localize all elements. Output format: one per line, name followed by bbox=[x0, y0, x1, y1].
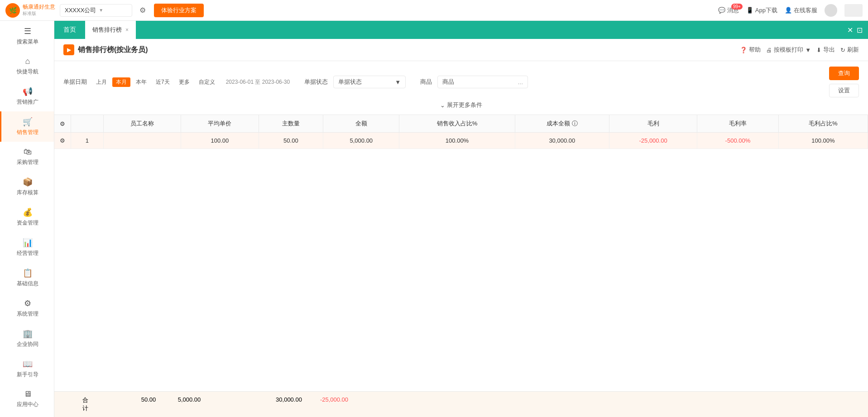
data-table: ⚙员工名称平均单价主数量全额销售收入占比%成本全额 ⓘ毛利毛利率毛利占比% ⚙1… bbox=[54, 115, 868, 149]
col-header-gross_rate: 毛利率 bbox=[697, 115, 779, 133]
export-btn[interactable]: ⬇ 导出 bbox=[816, 46, 835, 54]
cell-employee bbox=[103, 133, 181, 149]
page-header: ▶ 销售排行榜(按业务员) ❓ 帮助 🖨 按模板打印 ▼ ⬇ 导 bbox=[54, 39, 868, 61]
sidebar-item-base[interactable]: 📋基础信息 bbox=[0, 263, 54, 293]
online-service-btn[interactable]: 👤 在线客服 bbox=[785, 6, 817, 14]
tab-close-icon[interactable]: × bbox=[125, 27, 129, 33]
guide-icon: 📖 bbox=[23, 359, 33, 369]
sidebar-item-enterprise[interactable]: 🏢企业协同 bbox=[0, 323, 54, 354]
settings-icon[interactable]: ⚙ bbox=[136, 4, 149, 17]
sidebar-item-sales[interactable]: 🛒销售管理 bbox=[0, 111, 54, 142]
col-header-cost: 成本全额 ⓘ bbox=[515, 115, 609, 133]
sidebar-item-system[interactable]: ⚙系统管理 bbox=[0, 293, 54, 323]
table-footer: 合计50.005,000.0030,000.00-25,000.00 bbox=[54, 391, 868, 417]
logo-text: 畅康通好生意 bbox=[23, 4, 55, 11]
help-btn[interactable]: ❓ 帮助 bbox=[740, 46, 761, 54]
col-header-settings: ⚙ bbox=[54, 115, 71, 133]
goods-more-icon[interactable]: ... bbox=[518, 78, 523, 86]
print-icon: 🖨 bbox=[766, 47, 772, 53]
cell-quantity: 50.00 bbox=[259, 133, 323, 149]
query-button[interactable]: 查询 bbox=[829, 67, 859, 80]
sidebar-label-purchase: 采购管理 bbox=[17, 158, 38, 166]
sidebar-item-search[interactable]: ☰搜索菜单 bbox=[0, 21, 54, 51]
footer-cell-0 bbox=[60, 396, 76, 412]
cell-settings[interactable]: ⚙ bbox=[54, 133, 71, 149]
print-btn[interactable]: 🖨 按模板打印 ▼ bbox=[766, 46, 811, 54]
date-pill-本月[interactable]: 本月 bbox=[112, 77, 130, 87]
sidebar-label-enterprise: 企业协同 bbox=[17, 340, 38, 348]
sidebar-item-operations[interactable]: 📊经营管理 bbox=[0, 232, 54, 263]
search-icon: ☰ bbox=[24, 26, 31, 36]
date-pill-上月[interactable]: 上月 bbox=[92, 77, 110, 87]
online-service-label: 在线客服 bbox=[794, 6, 817, 14]
logo-sub: 标准版 bbox=[23, 10, 55, 17]
table-body: ⚙1100.0050.005,000.00100.00%30,000.00-25… bbox=[54, 133, 868, 149]
sidebar: ☰搜索菜单⌂快捷导航📢营销推广🛒销售管理🛍采购管理📦库存核算💰资金管理📊经营管理… bbox=[0, 21, 54, 417]
footer-cell-2 bbox=[94, 396, 130, 412]
expand-more-btn[interactable]: ⌄ 展开更多条件 bbox=[440, 101, 482, 109]
message-badge: 99+ bbox=[731, 4, 743, 10]
avatar[interactable] bbox=[825, 4, 837, 17]
expand-chevron-icon: ⌄ bbox=[440, 102, 445, 109]
sidebar-label-sales: 销售管理 bbox=[17, 129, 38, 136]
operations-icon: 📊 bbox=[23, 238, 33, 248]
top-bar: 🌿 畅康通好生意 标准版 XXXXX公司 ▼ ⚙ 体验行业方案 💬 消息 99+… bbox=[0, 0, 868, 21]
service-icon: 👤 bbox=[785, 7, 792, 14]
table-row: ⚙1100.0050.005,000.00100.00%30,000.00-25… bbox=[54, 133, 868, 149]
message-btn[interactable]: 💬 消息 99+ bbox=[718, 6, 739, 14]
expand-arrow-btn[interactable]: ▶ bbox=[63, 44, 74, 55]
chevron-down-icon: ▼ bbox=[99, 8, 103, 13]
refresh-icon: ↻ bbox=[840, 47, 845, 53]
sidebar-item-finance[interactable]: 💰资金管理 bbox=[0, 202, 54, 232]
sidebar-label-inventory: 库存核算 bbox=[17, 189, 38, 197]
footer-cell-5 bbox=[212, 396, 266, 412]
help-icon: ❓ bbox=[740, 47, 747, 53]
date-pill-本年[interactable]: 本年 bbox=[132, 77, 150, 87]
tab-restore-icon[interactable]: ⊡ bbox=[857, 26, 863, 34]
date-label: 单据日期 bbox=[63, 78, 87, 86]
cell-rank: 1 bbox=[71, 133, 104, 149]
footer-cell-6: 30,000.00 bbox=[266, 396, 312, 412]
tab-sales-ranking[interactable]: 销售排行榜 × bbox=[85, 21, 136, 39]
sidebar-label-base: 基础信息 bbox=[17, 280, 38, 288]
status-select[interactable]: 单据状态 ▼ bbox=[333, 76, 406, 88]
tab-label: 销售排行榜 bbox=[92, 26, 122, 34]
sidebar-label-guide: 新手引导 bbox=[17, 371, 38, 379]
sidebar-label-marketing: 营销推广 bbox=[17, 98, 38, 106]
finance-icon: 💰 bbox=[23, 207, 33, 217]
date-pill-近7天[interactable]: 近7天 bbox=[152, 77, 173, 87]
sidebar-item-guide[interactable]: 📖新手引导 bbox=[0, 354, 54, 384]
cell-cost: 30,000.00 bbox=[515, 133, 609, 149]
app-download-btn[interactable]: 📱 App下载 bbox=[746, 6, 777, 14]
trial-button[interactable]: 体验行业方案 bbox=[154, 4, 204, 17]
cell-gross_pct: 100.00% bbox=[778, 133, 868, 149]
sidebar-item-purchase[interactable]: 🛍采购管理 bbox=[0, 142, 54, 172]
date-pills: 上月本月本年近7天更多自定义 bbox=[92, 77, 219, 87]
goods-input[interactable]: 商品 ... bbox=[437, 76, 528, 88]
print-label: 按模板打印 bbox=[774, 46, 803, 54]
sidebar-item-quick-nav[interactable]: ⌂快捷导航 bbox=[0, 51, 54, 81]
tab-close-window-icon[interactable]: ✕ bbox=[847, 26, 853, 34]
date-pill-自定义[interactable]: 自定义 bbox=[195, 77, 219, 87]
col-header-avg_price: 平均单价 bbox=[181, 115, 259, 133]
sidebar-item-wechat[interactable]: 💬企业微信 bbox=[0, 414, 54, 417]
sidebar-label-system: 系统管理 bbox=[17, 310, 38, 318]
cell-gross_rate: -500.00% bbox=[697, 133, 779, 149]
sidebar-item-inventory[interactable]: 📦库存核算 bbox=[0, 172, 54, 202]
message-icon: 💬 bbox=[718, 7, 725, 14]
export-label: 导出 bbox=[823, 46, 835, 54]
sidebar-item-appstore[interactable]: 🖥应用中心 bbox=[0, 384, 54, 414]
goods-label: 商品 bbox=[420, 78, 432, 86]
refresh-btn[interactable]: ↻ 刷新 bbox=[840, 46, 859, 54]
logo-icon: 🌿 bbox=[5, 3, 20, 18]
top-right: 💬 消息 99+ 📱 App下载 👤 在线客服 bbox=[718, 4, 863, 17]
print-chevron-icon: ▼ bbox=[805, 47, 811, 53]
filter-settings-button[interactable]: 设置 bbox=[829, 84, 859, 97]
tab-home[interactable]: 首页 bbox=[54, 21, 85, 39]
appstore-icon: 🖥 bbox=[24, 389, 32, 399]
date-range: 2023-06-01 至 2023-06-30 bbox=[226, 78, 290, 86]
date-pill-更多[interactable]: 更多 bbox=[175, 77, 193, 87]
sidebar-item-marketing[interactable]: 📢营销推广 bbox=[0, 81, 54, 111]
enterprise-icon: 🏢 bbox=[23, 329, 33, 339]
company-selector[interactable]: XXXXX公司 ▼ bbox=[60, 4, 132, 17]
